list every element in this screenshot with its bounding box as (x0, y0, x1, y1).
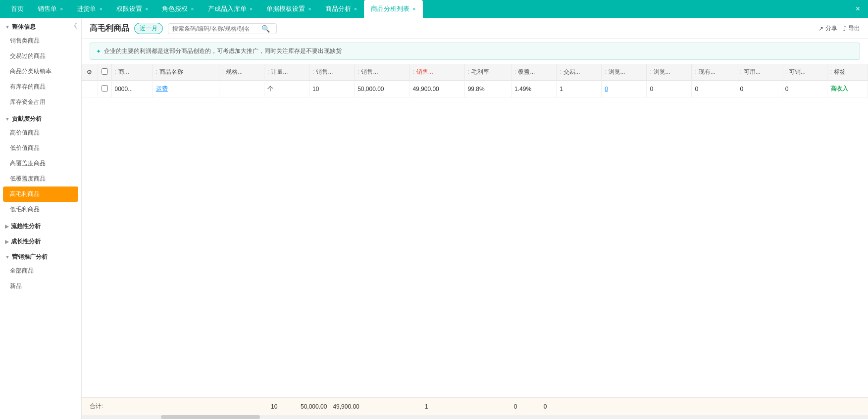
horizontal-scrollbar[interactable] (82, 415, 868, 419)
sidebar-item-stock-capital[interactable]: 库存资金占用 (0, 94, 81, 110)
arrow-right-icon2: ▶ (5, 239, 9, 244)
top-navigation: 首页 销售单 × 进货单 × 权限设置 × 角色授权 × 产成品入库单 × 单据… (0, 0, 868, 18)
row-checkbox-cell[interactable] (98, 81, 111, 97)
nav-close-inbound[interactable]: × (250, 6, 253, 12)
col-browse2[interactable]: :浏览... (647, 64, 692, 81)
row-spec (219, 81, 264, 97)
row-available: 0 (737, 81, 782, 97)
sidebar-item-new-goods[interactable]: 新品 (0, 279, 81, 294)
footer-sales-profit: 49,900.00 (330, 403, 362, 410)
sidebar: 《 ▼ 整体信息 销售类商品 交易过的商品 商品分类助销率 有库存的商品 库存资… (0, 18, 82, 419)
col-settings[interactable]: ⚙ (82, 64, 98, 81)
footer-available: 0 (541, 403, 570, 410)
nav-permissions[interactable]: 权限设置 × (109, 0, 155, 18)
row-sales-qty: 10 (309, 81, 355, 97)
sidebar-item-low-coverage[interactable]: 低覆盖度商品 (0, 171, 81, 186)
row-coverage: 1.49% (511, 81, 557, 97)
row-current-stock: 0 (692, 81, 737, 97)
arrow-right-icon: ▶ (5, 224, 9, 229)
row-sales-amt: 50,000.00 (355, 81, 409, 97)
nav-close-sales[interactable]: × (60, 6, 63, 12)
content-area: 高毛利商品 近一月 🔍 ↗ 分享 ⤴ 导出 ✦ 企业的主要的利润都是这部分商品创… (82, 18, 868, 419)
info-banner: ✦ 企业的主要的利润都是这部分商品创造的，可考虑加大推广，同时关注库存是不要出现… (90, 43, 860, 60)
col-sales-amt[interactable]: :销售... (355, 64, 409, 81)
col-name[interactable]: :商品名称 (153, 64, 219, 81)
nav-template-settings[interactable]: 单据模板设置 × (259, 0, 318, 18)
nav-close-analysis-list[interactable]: × (412, 6, 415, 12)
content-header: 高毛利商品 近一月 🔍 ↗ 分享 ⤴ 导出 (82, 18, 868, 39)
sidebar-group-marketing[interactable]: ▼ 营销推广分析 (0, 248, 81, 263)
search-icon[interactable]: 🔍 (261, 25, 270, 33)
col-unit[interactable]: :计量... (264, 64, 309, 81)
row-settings-cell (82, 81, 98, 97)
nav-product-analysis-list[interactable]: 商品分析列表 × (364, 0, 422, 18)
col-checkbox (98, 64, 111, 81)
col-sellable[interactable]: :可销... (782, 64, 827, 81)
nav-product-inbound[interactable]: 产成品入库单 × (201, 0, 259, 18)
star-icon: ✦ (96, 48, 101, 55)
col-tag[interactable]: :标签 (827, 64, 868, 81)
sidebar-item-traded-goods[interactable]: 交易过的商品 (0, 48, 81, 64)
row-transaction: 1 (557, 81, 602, 97)
col-coverage[interactable]: :覆盖... (511, 64, 557, 81)
nav-roles[interactable]: 角色授权 × (155, 0, 201, 18)
col-sales-qty[interactable]: :销售... (309, 64, 355, 81)
col-code[interactable]: :商... (111, 64, 153, 81)
export-icon: ⤴ (843, 25, 846, 32)
sidebar-group-overall[interactable]: ▼ 整体信息 (0, 18, 81, 33)
sidebar-item-high-value[interactable]: 高价值商品 (0, 125, 81, 140)
sidebar-item-stock-goods[interactable]: 有库存的商品 (0, 79, 81, 94)
data-table: ⚙ :商... :商品名称 :规格... :计量... :销售... :销售..… (82, 64, 868, 97)
col-current-stock[interactable]: :现有... (692, 64, 737, 81)
col-transaction[interactable]: :交易... (557, 64, 602, 81)
table-header-row: ⚙ :商... :商品名称 :规格... :计量... :销售... :销售..… (82, 64, 868, 81)
col-browse1[interactable]: :浏览... (602, 64, 647, 81)
col-available[interactable]: :可用... (737, 64, 782, 81)
export-button[interactable]: ⤴ 导出 (843, 24, 860, 33)
nav-close-template[interactable]: × (308, 6, 311, 12)
row-name[interactable]: 运费 (153, 81, 219, 97)
row-tag: 高收入 (827, 81, 868, 97)
sidebar-group-contribution[interactable]: ▼ 贡献度分析 (0, 110, 81, 125)
window-close-button[interactable]: × (852, 4, 864, 13)
row-margin-rate: 99.8% (464, 81, 511, 97)
filter-period-button[interactable]: 近一月 (134, 23, 163, 34)
nav-home[interactable]: 首页 (4, 0, 31, 18)
scrollbar-thumb[interactable] (161, 415, 260, 419)
sidebar-group-growth[interactable]: ▶ 成长性分析 (0, 233, 81, 248)
sidebar-group-trend[interactable]: ▶ 流趋性分析 (0, 217, 81, 233)
share-icon: ↗ (818, 25, 823, 32)
nav-purchase-order[interactable]: 进货单 × (70, 0, 109, 18)
col-spec[interactable]: :规格... (219, 64, 264, 81)
nav-product-analysis[interactable]: 商品分析 × (318, 0, 364, 18)
sidebar-item-all-goods[interactable]: 全部商品 (0, 263, 81, 279)
search-box[interactable]: 🔍 (168, 23, 277, 34)
nav-close-analysis[interactable]: × (354, 6, 357, 12)
nav-close-purchase[interactable]: × (99, 6, 102, 12)
table-row: 0000... 运费 个 10 50,000.00 49,900.00 99.8… (82, 81, 868, 97)
col-margin-rate[interactable]: :毛利率 (464, 64, 511, 81)
sidebar-collapse-button[interactable]: 《 (70, 22, 77, 31)
nav-close-roles[interactable]: × (191, 6, 194, 12)
col-sales-profit[interactable]: :销售... (409, 64, 464, 81)
sidebar-item-high-coverage[interactable]: 高覆盖度商品 (0, 156, 81, 171)
select-all-checkbox[interactable] (102, 68, 108, 75)
nav-close-permissions[interactable]: × (145, 6, 148, 12)
sidebar-item-sales-goods[interactable]: 销售类商品 (0, 33, 81, 48)
arrow-down-icon2: ▼ (5, 116, 10, 122)
sidebar-item-low-margin[interactable]: 低毛利商品 (0, 202, 81, 217)
main-layout: 《 ▼ 整体信息 销售类商品 交易过的商品 商品分类助销率 有库存的商品 库存资… (0, 18, 868, 419)
arrow-down-icon3: ▼ (5, 254, 10, 260)
sidebar-item-low-value[interactable]: 低价值商品 (0, 140, 81, 156)
footer-current-stock: 0 (511, 403, 541, 410)
sidebar-item-category-rate[interactable]: 商品分类助销率 (0, 64, 81, 79)
search-input[interactable] (172, 25, 261, 32)
row-browse1[interactable]: 0 (602, 81, 647, 97)
page-title: 高毛利商品 (90, 23, 129, 34)
table-container[interactable]: ⚙ :商... :商品名称 :规格... :计量... :销售... :销售..… (82, 64, 868, 397)
sidebar-item-high-margin[interactable]: 高毛利商品 (3, 186, 78, 202)
row-sellable: 0 (782, 81, 827, 97)
row-checkbox[interactable] (102, 85, 108, 92)
nav-sales-order[interactable]: 销售单 × (31, 0, 70, 18)
share-button[interactable]: ↗ 分享 (818, 24, 837, 33)
